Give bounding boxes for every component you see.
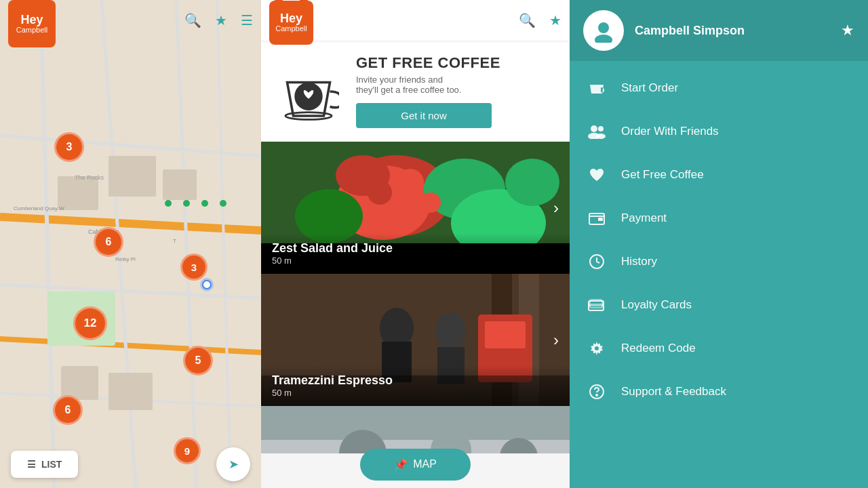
map-bottom-bar: ☰ LIST ➤ [0, 441, 261, 488]
restaurant-distance: 50 m [272, 388, 559, 398]
map-view-button[interactable]: 📌 MAP [360, 449, 471, 481]
svg-point-72 [596, 394, 597, 396]
svg-rect-53 [261, 406, 570, 440]
svg-text:T: T [173, 238, 176, 244]
cluster-marker[interactable]: 6 [53, 395, 83, 425]
svg-point-60 [598, 126, 604, 131]
list-icon: ☰ [27, 459, 36, 470]
content-search-icon[interactable]: 🔍 [519, 12, 536, 28]
sidebar-item-label: Payment [621, 211, 667, 225]
friends-icon [586, 121, 608, 142]
svg-point-39 [368, 180, 392, 205]
svg-text:The Rocks: The Rocks [75, 174, 104, 181]
card-arrow-icon: › [553, 199, 559, 218]
map-button-container: 📌 MAP [261, 441, 570, 488]
map-btn-label: MAP [413, 458, 437, 470]
question-icon [586, 381, 608, 403]
card-icon [586, 294, 608, 316]
sidebar-item-label: Loyalty Cards [621, 298, 692, 312]
cluster-marker[interactable]: 5 [183, 346, 213, 375]
promo-subtitle: Invite your friends and they'll get a fr… [356, 75, 500, 95]
sidebar-item-support-feedback[interactable]: Support & Feedback [570, 370, 868, 413]
svg-text:Cumberland Quay W: Cumberland Quay W [14, 205, 64, 211]
svg-rect-16 [108, 373, 153, 410]
location-icon: ➤ [229, 457, 239, 472]
cluster-marker[interactable]: 3 [54, 132, 84, 162]
svg-point-25 [183, 200, 190, 207]
promo-banner: GET FREE COFFEE Invite your friends and … [261, 41, 570, 142]
heart-icon [586, 164, 608, 186]
map-pin-icon: 📌 [394, 458, 408, 471]
content-logo-hey: Hey [280, 12, 302, 24]
logo-name: Campbell [16, 26, 47, 34]
promo-title: GET FREE COFFEE [356, 54, 500, 72]
get-now-button[interactable]: Get it now [356, 103, 492, 128]
sidebar-menu: Campbell Simpson ★ Start Order [570, 0, 868, 488]
restaurant-card[interactable]: Tramezzini Espresso 50 m › [261, 274, 570, 406]
sidebar-item-label: Support & Feedback [621, 385, 726, 399]
clock-icon [586, 251, 608, 272]
favorites-icon[interactable]: ★ [215, 12, 227, 28]
svg-point-70 [595, 346, 599, 350]
restaurant-card[interactable]: Zest Salad and Juice 50 m › [261, 142, 570, 274]
content-header: Hey Campbell 🔍 ★ [261, 0, 570, 41]
menu-items: Start Order Order With Friends Get Free [570, 61, 868, 488]
svg-point-62 [596, 134, 606, 139]
list-button[interactable]: ☰ LIST [11, 451, 78, 478]
gear-icon [586, 338, 608, 359]
svg-point-47 [436, 312, 466, 350]
wallet-icon [586, 207, 608, 229]
cluster-marker[interactable]: 6 [94, 227, 123, 257]
svg-point-26 [201, 200, 208, 207]
restaurant-distance: 50 m [272, 256, 559, 266]
restaurant-name: Tramezzini Espresso [272, 373, 559, 388]
sidebar-item-label: History [621, 255, 657, 268]
svg-point-38 [397, 169, 424, 196]
cluster-marker[interactable]: 3 [180, 253, 208, 281]
content-panel: Hey Campbell 🔍 ★ GET FREE COFFE [261, 0, 570, 488]
svg-rect-13 [108, 156, 156, 197]
restaurant-name: Zest Salad and Juice [272, 241, 559, 256]
svg-point-27 [220, 200, 226, 207]
sidebar-item-start-order[interactable]: Start Order [570, 66, 868, 110]
sidebar-item-order-with-friends[interactable]: Order With Friends [570, 110, 868, 153]
user-name: Campbell Simpson [635, 24, 745, 38]
sidebar-item-label: Start Order [621, 81, 678, 95]
sidebar-item-loyalty-cards[interactable]: Loyalty Cards [570, 283, 868, 327]
location-button[interactable]: ➤ [216, 447, 250, 481]
map-header-icons: 🔍 ★ ☰ [184, 12, 253, 28]
sidebar-item-get-free-coffee[interactable]: Get Free Coffee [570, 153, 868, 197]
header-star-icon[interactable]: ★ [841, 22, 854, 39]
map-header: Hey Campbell 🔍 ★ ☰ [0, 0, 261, 41]
search-icon[interactable]: 🔍 [184, 12, 201, 28]
svg-rect-14 [163, 169, 197, 200]
avatar [583, 10, 624, 51]
svg-point-37 [505, 159, 559, 206]
sidebar-item-redeem-code[interactable]: Redeem Code [570, 327, 868, 370]
svg-point-40 [420, 192, 441, 213]
map-panel: The Rocks Cumberland Quay W Cahill Expy … [0, 0, 261, 488]
content-logo: Hey Campbell [269, 1, 313, 45]
svg-point-24 [165, 200, 172, 207]
svg-point-23 [203, 281, 211, 289]
content-favorites-icon[interactable]: ★ [549, 12, 561, 28]
content-header-icons: 🔍 ★ [519, 12, 561, 28]
menu-icon[interactable]: ☰ [241, 12, 253, 28]
svg-point-59 [591, 125, 597, 132]
sidebar-item-label: Order With Friends [621, 125, 719, 138]
sidebar-item-payment[interactable]: Payment [570, 197, 868, 240]
restaurant-card-info: Zest Salad and Juice 50 m [261, 233, 570, 274]
promo-text: GET FREE COFFEE Invite your friends and … [356, 54, 500, 128]
list-label: LIST [41, 459, 62, 470]
card-arrow-icon: › [553, 331, 559, 350]
content-logo-name: Campbell [275, 24, 307, 33]
svg-point-57 [598, 22, 609, 33]
svg-text:Reiby Pl: Reiby Pl [115, 256, 136, 262]
sidebar-item-history[interactable]: History [570, 240, 868, 283]
svg-point-58 [595, 35, 612, 43]
svg-rect-64 [598, 218, 603, 221]
cluster-marker[interactable]: 12 [73, 306, 107, 340]
svg-rect-68 [589, 304, 604, 306]
sidebar-item-label: Get Free Coffee [621, 168, 704, 182]
cup-icon [586, 77, 608, 99]
